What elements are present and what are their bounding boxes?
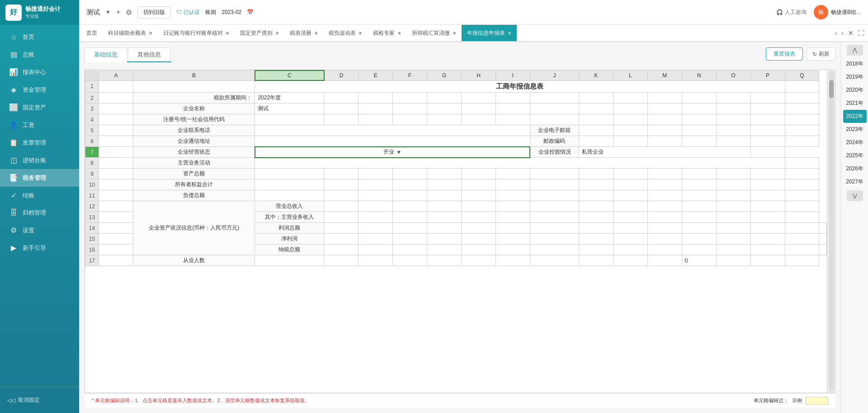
cell[interactable] (530, 244, 579, 255)
tab-close-btn[interactable]: ✕ (314, 31, 318, 36)
cell[interactable] (359, 212, 393, 223)
cell[interactable] (496, 255, 530, 266)
cell-value[interactable] (324, 223, 359, 234)
cell-value[interactable] (579, 125, 613, 136)
cell[interactable] (496, 114, 530, 125)
period-value[interactable]: 2023-02 (222, 9, 241, 15)
year-item-2025[interactable]: 2025年 (843, 149, 867, 162)
cell[interactable] (393, 201, 427, 212)
cell[interactable] (647, 103, 682, 114)
cell[interactable] (462, 114, 496, 125)
cell-value[interactable]: 2022年度 (255, 93, 324, 103)
cell[interactable] (462, 255, 496, 266)
cell[interactable] (579, 201, 613, 212)
cell[interactable] (99, 114, 133, 125)
cell[interactable] (682, 103, 716, 114)
cell[interactable] (647, 223, 682, 234)
cell[interactable] (393, 190, 427, 201)
refresh-btn[interactable]: ↻ 刷新 (807, 47, 835, 61)
cell[interactable] (99, 125, 133, 136)
year-scroll-up-btn[interactable]: ⋀ (847, 45, 863, 56)
cell[interactable] (613, 103, 647, 114)
cell[interactable] (785, 125, 819, 136)
tab-tax-forms[interactable]: 税表清册 ✕ (284, 25, 323, 42)
topbar-dropdown-btn[interactable]: ▼ (105, 9, 111, 15)
sidebar-item-settings[interactable]: ⚙ 设置 (0, 221, 79, 239)
cell[interactable] (682, 234, 716, 244)
col-header-A[interactable]: A (99, 70, 133, 80)
sidebar-item-tax[interactable]: 📑 税务管理 (0, 169, 79, 187)
cell[interactable] (496, 212, 530, 223)
cell[interactable] (579, 255, 613, 266)
cell[interactable] (99, 255, 133, 266)
cell[interactable] (427, 244, 462, 255)
cell[interactable] (716, 103, 750, 114)
cell[interactable] (750, 255, 785, 266)
year-item-2026[interactable]: 2026年 (843, 162, 867, 175)
cell-value[interactable] (324, 201, 359, 212)
cell[interactable] (496, 103, 530, 114)
cell[interactable] (324, 114, 359, 125)
cell[interactable] (427, 93, 462, 103)
cell[interactable] (750, 244, 785, 255)
cell[interactable] (785, 169, 819, 179)
cell[interactable] (496, 244, 530, 255)
tab-income-tax[interactable]: 所得税汇算清缴 ✕ (406, 25, 462, 42)
cell[interactable] (324, 103, 359, 114)
sidebar-item-fixed-assets[interactable]: ⬜ 固定资产 (0, 99, 79, 116)
sidebar-item-ledger[interactable]: ▤ 总账 (0, 46, 79, 63)
dropdown-cell[interactable]: 开业 ▼ (255, 147, 530, 158)
cell[interactable] (682, 190, 716, 201)
cell[interactable] (613, 114, 647, 125)
sidebar-item-inventory[interactable]: ◫ 进销台账 (0, 151, 79, 169)
cell[interactable] (359, 114, 393, 125)
cell[interactable] (462, 223, 496, 234)
cell[interactable] (359, 244, 393, 255)
cell[interactable] (785, 103, 819, 114)
cell-value[interactable]: 测试 (255, 103, 324, 114)
cell[interactable] (530, 255, 579, 266)
cell[interactable] (530, 223, 579, 234)
cell[interactable] (579, 223, 613, 234)
cell[interactable] (324, 169, 359, 179)
old-version-btn[interactable]: 切到旧版 (137, 6, 171, 19)
cell-value[interactable] (324, 234, 359, 244)
cell[interactable] (682, 93, 716, 103)
cell-value[interactable] (324, 244, 359, 255)
col-header-K[interactable]: K (579, 70, 613, 80)
cell[interactable] (427, 223, 462, 234)
topbar-add-btn[interactable]: + (116, 8, 120, 16)
sub-tab-basic[interactable]: 基础信息 (85, 47, 127, 62)
cell[interactable] (647, 125, 682, 136)
cell[interactable] (427, 114, 462, 125)
cell[interactable] (530, 93, 579, 103)
cell[interactable] (579, 190, 613, 201)
cell[interactable] (324, 179, 359, 190)
cell[interactable] (613, 179, 647, 190)
tab-home[interactable]: 首页 (81, 25, 103, 42)
cell[interactable] (682, 179, 716, 190)
vertical-scrollbar[interactable] (829, 71, 834, 392)
cell[interactable] (716, 201, 750, 212)
cell[interactable] (427, 234, 462, 244)
year-scroll-down-btn[interactable]: ⋁ (847, 190, 863, 201)
year-item-2019[interactable]: 2019年 (843, 70, 867, 84)
cell[interactable] (99, 223, 133, 234)
cell[interactable] (496, 201, 530, 212)
cell[interactable] (99, 80, 133, 93)
cell[interactable] (613, 234, 647, 244)
cell[interactable] (579, 244, 613, 255)
cell[interactable] (496, 179, 530, 190)
cell[interactable] (647, 244, 682, 255)
cell[interactable] (613, 212, 647, 223)
service-btn[interactable]: 🎧 人工咨询 (776, 9, 807, 16)
cell[interactable] (530, 201, 579, 212)
cell[interactable] (99, 201, 133, 212)
cell[interactable] (750, 190, 785, 201)
cell[interactable] (785, 179, 819, 190)
cell[interactable] (579, 179, 613, 190)
cell[interactable] (462, 212, 496, 223)
cell[interactable] (99, 179, 133, 190)
cell[interactable] (324, 255, 359, 266)
cell[interactable] (324, 190, 359, 201)
